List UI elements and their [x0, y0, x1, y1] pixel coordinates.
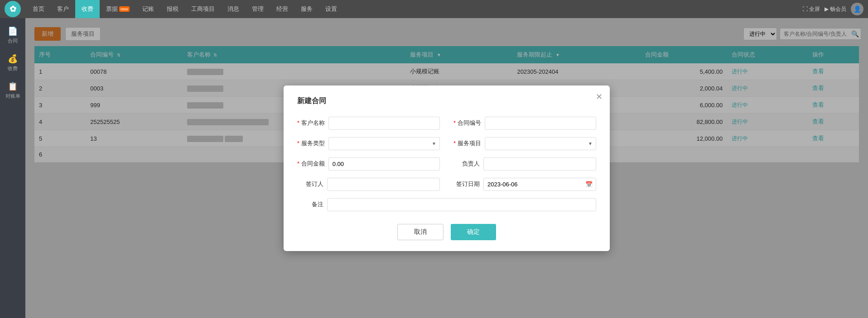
nav-item-fee[interactable]: 收费 [75, 0, 100, 18]
nav-item-home[interactable]: 首页 [26, 0, 51, 18]
nav-items: 首页 客户 收费 票据 new 记账 报税 工商项目 消息 管理 经营 服务 设… [26, 0, 802, 18]
cancel-button[interactable]: 取消 [397, 224, 444, 240]
service-item-label: 服务项目 [453, 139, 481, 147]
modal-title: 新建合同 [297, 96, 596, 106]
fullscreen-label: 全屏 [809, 5, 820, 13]
service-type-label: 服务类型 [297, 139, 325, 147]
signer-row: 签订人 [297, 178, 440, 191]
modal-footer: 取消 确定 [297, 224, 596, 240]
customer-name-label: 客户名称 [297, 119, 325, 127]
contract-no-label: 合同编号 [453, 119, 481, 127]
nav-item-tax[interactable]: 报税 [160, 0, 185, 18]
responsible-row: 负责人 [453, 157, 596, 171]
statement-icon: 📋 [8, 81, 18, 91]
top-nav: ✿ 首页 客户 收费 票据 new 记账 报税 工商项目 消息 管理 经营 服务… [0, 0, 868, 18]
notes-label: 备注 [297, 200, 323, 209]
avatar[interactable]: 👤 [851, 3, 863, 15]
nav-right: ⛶ 全屏 ▶ 畅会员 👤 [802, 3, 863, 15]
member-label: 畅会员 [830, 5, 846, 13]
sign-date-label: 签订日期 [453, 180, 480, 188]
sign-date-input[interactable] [483, 178, 596, 191]
service-item-select[interactable] [485, 137, 596, 150]
confirm-button[interactable]: 确定 [451, 224, 496, 240]
modal-overlay: 新建合同 ✕ 客户名称 合同编号 服务类型 [25, 18, 868, 318]
service-type-select-wrapper [328, 137, 440, 150]
contract-icon: 📄 [8, 26, 18, 36]
amount-label: 合同金额 [297, 160, 325, 168]
new-badge: new [119, 6, 130, 12]
customer-name-input[interactable] [328, 117, 440, 130]
nav-item-service[interactable]: 服务 [294, 0, 319, 18]
nav-item-invoice[interactable]: 票据 new [100, 0, 136, 18]
contract-no-row: 合同编号 [453, 117, 596, 130]
sidebar-item-statement[interactable]: 📋 对账单 [1, 78, 24, 103]
service-item-row: 服务项目 [453, 137, 596, 150]
service-item-select-wrapper [485, 137, 596, 150]
amount-input[interactable] [328, 157, 440, 171]
service-type-select[interactable] [328, 137, 440, 150]
signer-label: 签订人 [297, 180, 323, 188]
sign-date-row: 签订日期 📅 [453, 178, 596, 191]
responsible-label: 负责人 [453, 160, 480, 168]
modal-close-button[interactable]: ✕ [596, 92, 603, 102]
nav-item-manage[interactable]: 管理 [246, 0, 270, 18]
sidebar: 📄 合同 💰 收费 📋 对账单 [0, 18, 25, 318]
nav-item-message[interactable]: 消息 [221, 0, 246, 18]
content-area: 新增 服务项目 进行中 已完成 已终止 🔍 序号 合同编号 ⇅ 客户名称 ⇅ 服… [25, 18, 868, 318]
member-button[interactable]: ▶ 畅会员 [825, 5, 846, 13]
sidebar-item-contract-label: 合同 [8, 38, 18, 44]
fullscreen-icon: ⛶ [802, 6, 808, 12]
notes-input[interactable] [327, 198, 596, 211]
play-icon: ▶ [825, 6, 829, 12]
nav-item-customer[interactable]: 客户 [51, 0, 75, 18]
nav-item-operation[interactable]: 经营 [270, 0, 294, 18]
service-type-row: 服务类型 [297, 137, 440, 150]
form-grid: 客户名称 合同编号 服务类型 [297, 117, 596, 211]
sidebar-item-contract[interactable]: 📄 合同 [1, 23, 24, 48]
contract-no-input[interactable] [485, 117, 596, 130]
nav-item-bookkeeping[interactable]: 记账 [136, 0, 160, 18]
responsible-input[interactable] [483, 157, 596, 171]
amount-row: 合同金额 [297, 157, 440, 171]
date-input-wrapper: 📅 [483, 178, 596, 191]
main-layout: 📄 合同 💰 收费 📋 对账单 新增 服务项目 进行中 已完成 已终止 🔍 [0, 18, 868, 318]
sidebar-item-fee-label: 收费 [8, 65, 18, 72]
customer-name-row: 客户名称 [297, 117, 440, 130]
notes-row: 备注 [297, 198, 596, 211]
calendar-icon: 📅 [585, 181, 593, 188]
nav-item-business[interactable]: 工商项目 [185, 0, 221, 18]
signer-input[interactable] [327, 178, 440, 191]
app-logo: ✿ [5, 1, 21, 17]
fullscreen-button[interactable]: ⛶ 全屏 [802, 5, 820, 13]
sidebar-item-fee[interactable]: 💰 收费 [1, 50, 24, 76]
sidebar-item-statement-label: 对账单 [5, 93, 20, 100]
nav-item-settings[interactable]: 设置 [319, 0, 343, 18]
fee-icon: 💰 [8, 54, 18, 64]
new-contract-modal: 新建合同 ✕ 客户名称 合同编号 服务类型 [284, 85, 610, 251]
